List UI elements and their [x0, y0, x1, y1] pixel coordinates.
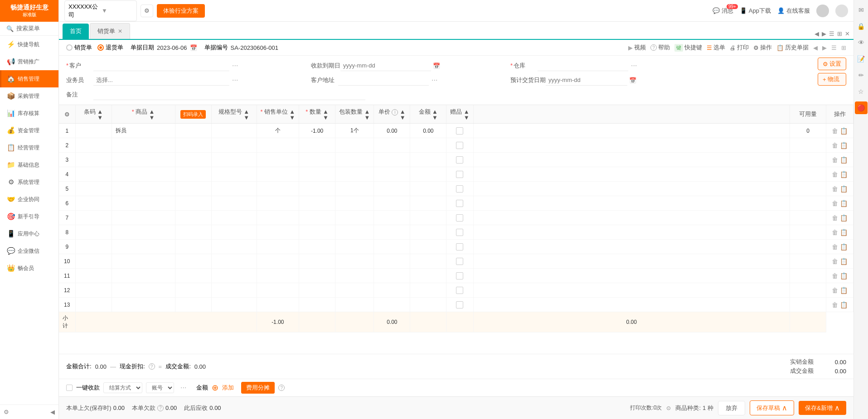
- cell-unit-4[interactable]: [257, 167, 299, 182]
- cell-price-9[interactable]: [374, 240, 410, 254]
- cell-unit-10[interactable]: [257, 254, 299, 269]
- gift-checkbox-11[interactable]: [456, 272, 463, 279]
- right-panel-mail[interactable]: ✉: [855, 4, 868, 16]
- sidebar-settings-icon[interactable]: ⚙: [4, 409, 9, 415]
- cell-spec-11[interactable]: [211, 269, 257, 283]
- right-panel-lock[interactable]: 🔒: [855, 20, 868, 33]
- cell-goods-9[interactable]: [112, 240, 175, 254]
- cell-unit-7[interactable]: [257, 211, 299, 225]
- tab-view-grid[interactable]: ⊞: [837, 30, 842, 37]
- copy-icon-8[interactable]: 📋: [840, 229, 848, 236]
- cell-barcode-8[interactable]: [75, 225, 112, 240]
- gift-sort[interactable]: ▲▼: [464, 109, 470, 120]
- radio-goods-type[interactable]: ⊙: [666, 405, 671, 411]
- cell-price-13[interactable]: [374, 298, 410, 312]
- cell-unit-11[interactable]: [257, 269, 299, 283]
- nav-next-icon[interactable]: ▶: [822, 44, 827, 51]
- gift-checkbox-10[interactable]: [456, 258, 463, 265]
- cell-gift-1[interactable]: [446, 124, 473, 138]
- cell-amount-13[interactable]: [410, 298, 446, 312]
- cell-gift-12[interactable]: [446, 283, 473, 298]
- logistics-button[interactable]: + 物流: [818, 73, 846, 86]
- gift-checkbox-6[interactable]: [456, 200, 463, 207]
- sidebar-item-operations[interactable]: 📋 经营管理: [0, 139, 58, 156]
- cell-barcode-11[interactable]: [75, 269, 112, 283]
- cell-amount-10[interactable]: [410, 254, 446, 269]
- cell-qty-5[interactable]: [299, 182, 335, 196]
- cell-spec-6[interactable]: [211, 196, 257, 211]
- delivery-date-input[interactable]: [546, 75, 627, 86]
- cell-qty-8[interactable]: [299, 225, 335, 240]
- cell-pkg-4[interactable]: [335, 167, 374, 182]
- right-panel-eye[interactable]: 👁: [855, 36, 868, 49]
- cell-qty-10[interactable]: [299, 254, 335, 269]
- delete-icon-9[interactable]: 🗑: [832, 243, 838, 250]
- cell-barcode-3[interactable]: [75, 153, 112, 167]
- cell-amount-6[interactable]: [410, 196, 446, 211]
- cell-qty-2[interactable]: [299, 138, 335, 153]
- delete-icon-11[interactable]: 🗑: [832, 272, 838, 279]
- expense-split-button[interactable]: 费用分摊: [241, 382, 275, 394]
- cell-gift-9[interactable]: [446, 240, 473, 254]
- right-panel-alert[interactable]: 🔴: [855, 101, 868, 114]
- cell-gift-2[interactable]: [446, 138, 473, 153]
- cell-pkg-3[interactable]: [335, 153, 374, 167]
- gift-checkbox-13[interactable]: [456, 301, 463, 308]
- copy-icon-6[interactable]: 📋: [840, 200, 848, 207]
- cell-unit-9[interactable]: [257, 240, 299, 254]
- cell-gift-8[interactable]: [446, 225, 473, 240]
- sidebar-item-member[interactable]: 👑 畅会员: [0, 260, 58, 277]
- trial-button[interactable]: 体验行业方案: [157, 4, 205, 18]
- qty-sort[interactable]: ▲▼: [323, 109, 329, 120]
- sidebar-item-purchase[interactable]: 📦 采购管理: [0, 87, 58, 105]
- cell-price-2[interactable]: [374, 138, 410, 153]
- save-draft-button[interactable]: 保存草稿 ∧: [750, 400, 794, 415]
- cell-qty-1[interactable]: -1.00: [299, 124, 335, 138]
- copy-icon-7[interactable]: 📋: [840, 214, 848, 222]
- pkg-sort[interactable]: ▲▼: [364, 109, 370, 120]
- due-date-input[interactable]: [340, 60, 431, 71]
- copy-icon-3[interactable]: 📋: [840, 156, 848, 164]
- radio-sales[interactable]: 销货单: [66, 43, 92, 52]
- cell-pkg-6[interactable]: [335, 196, 374, 211]
- online-service-button[interactable]: 👤 在线客服: [777, 7, 810, 15]
- app-download-button[interactable]: 📱 App下载: [740, 7, 771, 15]
- cell-goods-11[interactable]: [112, 269, 175, 283]
- tab-home[interactable]: 首页: [63, 24, 89, 39]
- gift-checkbox-4[interactable]: [456, 171, 463, 178]
- view-grid-icon[interactable]: ⊞: [841, 44, 846, 51]
- customer-input[interactable]: [93, 60, 229, 71]
- cell-amount-4[interactable]: [410, 167, 446, 182]
- sidebar-item-guide[interactable]: 🎯 新手引导: [0, 208, 58, 225]
- one-click-checkbox[interactable]: [66, 385, 73, 391]
- cell-spec-10[interactable]: [211, 254, 257, 269]
- cell-gift-6[interactable]: [446, 196, 473, 211]
- delete-icon-1[interactable]: 🗑: [832, 127, 838, 135]
- cell-gift-10[interactable]: [446, 254, 473, 269]
- amount-sort[interactable]: ▲▼: [432, 109, 438, 120]
- cell-price-5[interactable]: [374, 182, 410, 196]
- cell-amount-12[interactable]: [410, 283, 446, 298]
- copy-icon-5[interactable]: 📋: [840, 185, 848, 193]
- cell-goods-6[interactable]: [112, 196, 175, 211]
- cell-price-11[interactable]: [374, 269, 410, 283]
- cell-price-10[interactable]: [374, 254, 410, 269]
- cell-goods-13[interactable]: [112, 298, 175, 312]
- cell-barcode-2[interactable]: [75, 138, 112, 153]
- settings-button[interactable]: ⚙ 设置: [818, 58, 846, 70]
- unit-sort[interactable]: ▲▼: [289, 109, 295, 120]
- copy-icon-9[interactable]: 📋: [840, 243, 848, 250]
- sidebar-search[interactable]: 🔍 搜索菜单: [0, 22, 58, 36]
- cell-barcode-4[interactable]: [75, 167, 112, 182]
- cell-amount-5[interactable]: [410, 182, 446, 196]
- cell-unit-6[interactable]: [257, 196, 299, 211]
- cell-amount-7[interactable]: [410, 211, 446, 225]
- action-help[interactable]: ? 帮助: [650, 43, 670, 52]
- gift-checkbox-9[interactable]: [456, 243, 463, 250]
- cell-price-1[interactable]: 0.00: [374, 124, 410, 138]
- sidebar-collapse-icon[interactable]: ◀: [50, 409, 55, 415]
- right-panel-star[interactable]: ☆: [855, 85, 868, 98]
- cell-pkg-10[interactable]: [335, 254, 374, 269]
- message-button[interactable]: 💬 消息 99+: [713, 7, 733, 15]
- cell-pkg-12[interactable]: [335, 283, 374, 298]
